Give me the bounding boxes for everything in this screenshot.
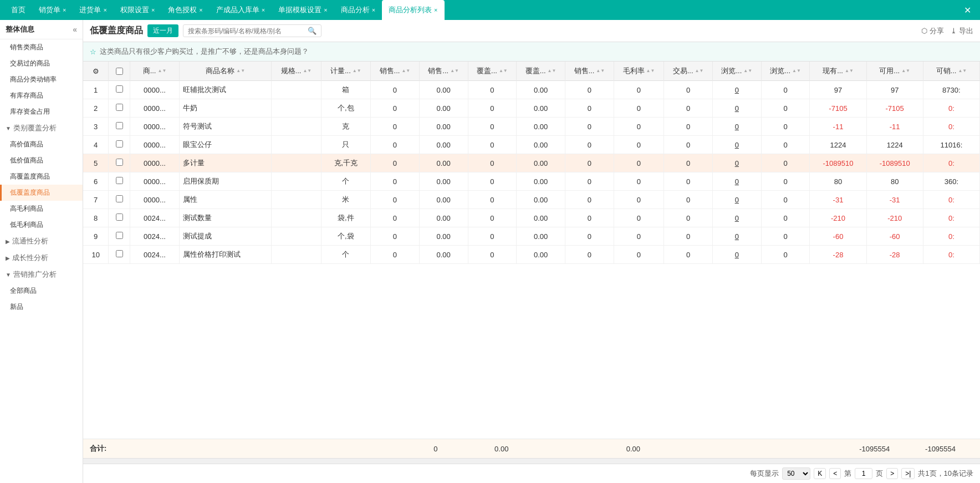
row-checkbox[interactable] bbox=[116, 159, 123, 166]
th-browse2[interactable]: 浏览...▲▼ bbox=[761, 62, 810, 81]
row-browse1[interactable]: 0 bbox=[712, 227, 761, 246]
row-trade: 0 bbox=[664, 118, 713, 136]
row-checkbox[interactable] bbox=[116, 195, 123, 202]
row-browse2: 0 bbox=[761, 191, 810, 209]
nav-close-analysis-list[interactable]: × bbox=[434, 7, 437, 13]
sidebar-item-stock-capital[interactable]: 库存资金占用 bbox=[0, 104, 83, 120]
row-browse1[interactable]: 0 bbox=[712, 154, 761, 172]
th-browse1[interactable]: 浏览...▲▼ bbox=[712, 62, 761, 81]
horizontal-scrollbar[interactable] bbox=[83, 458, 980, 464]
nav-close-sales[interactable]: × bbox=[63, 7, 66, 13]
th-unit[interactable]: 计量...▲▼ bbox=[321, 62, 370, 81]
nav-item-analysis-list[interactable]: 商品分析列表 × bbox=[382, 0, 444, 20]
th-saleable[interactable]: 可销...▲▼ bbox=[923, 62, 979, 81]
nav-item-home[interactable]: 首页 bbox=[4, 0, 32, 20]
export-button[interactable]: ⤓ 导出 bbox=[951, 26, 973, 36]
th-settings[interactable]: ⚙ bbox=[83, 62, 109, 81]
search-icon[interactable]: 🔍 bbox=[308, 27, 317, 35]
last-page-button[interactable]: >| bbox=[901, 468, 915, 479]
row-current-stock: -11 bbox=[810, 118, 866, 136]
th-sales-qty[interactable]: 销售...▲▼ bbox=[371, 62, 420, 81]
sidebar-item-high-coverage[interactable]: 高覆盖度商品 bbox=[0, 169, 83, 185]
th-current-stock[interactable]: 现有...▲▼ bbox=[810, 62, 866, 81]
row-checkbox[interactable] bbox=[116, 177, 123, 184]
row-saleable: 360: bbox=[923, 172, 979, 191]
nav-item-permission[interactable]: 权限设置 × bbox=[114, 0, 161, 20]
row-cov1: 0 bbox=[468, 99, 517, 118]
sidebar-item-stock-products[interactable]: 有库存商品 bbox=[0, 88, 83, 104]
row-checkbox[interactable] bbox=[116, 104, 123, 111]
share-label: 分享 bbox=[930, 26, 944, 36]
row-sales3: 0 bbox=[565, 227, 614, 246]
sidebar-group-growth[interactable]: ▶ 成长性分析 bbox=[0, 250, 83, 266]
row-gross: 0 bbox=[614, 136, 663, 154]
row-checkbox[interactable] bbox=[116, 122, 123, 129]
th-sales3[interactable]: 销售...▲▼ bbox=[565, 62, 614, 81]
next-page-button[interactable]: > bbox=[886, 468, 898, 479]
row-browse1[interactable]: 0 bbox=[712, 81, 761, 99]
sidebar-item-high-value[interactable]: 高价值商品 bbox=[0, 136, 83, 152]
nav-item-role[interactable]: 角色授权 × bbox=[161, 0, 209, 20]
row-browse1[interactable]: 0 bbox=[712, 191, 761, 209]
sidebar-group-coverage[interactable]: ▼ 类别覆盖分析 bbox=[0, 120, 83, 136]
row-browse1[interactable]: 0 bbox=[712, 172, 761, 191]
first-page-button[interactable]: K bbox=[814, 468, 826, 479]
sidebar-item-sales-products[interactable]: 销售类商品 bbox=[0, 39, 83, 55]
row-browse1[interactable]: 0 bbox=[712, 99, 761, 118]
nav-item-product-inbound[interactable]: 产成品入库单 × bbox=[210, 0, 272, 20]
window-close-button[interactable]: ✕ bbox=[959, 5, 976, 16]
nav-close-purchase[interactable]: × bbox=[103, 7, 106, 13]
th-coverage1[interactable]: 覆盖...▲▼ bbox=[468, 62, 517, 81]
th-code[interactable]: 商...▲▼ bbox=[130, 62, 179, 81]
nav-item-template[interactable]: 单据模板设置 × bbox=[272, 0, 334, 20]
row-browse1[interactable]: 0 bbox=[712, 136, 761, 154]
nav-close-product-inbound[interactable]: × bbox=[262, 7, 265, 13]
th-spec[interactable]: 规格...▲▼ bbox=[272, 62, 321, 81]
row-checkbox[interactable] bbox=[116, 250, 123, 257]
nav-label-role: 角色授权 bbox=[168, 5, 197, 15]
nav-close-product-analysis[interactable]: × bbox=[372, 7, 375, 13]
row-browse1[interactable]: 0 bbox=[712, 246, 761, 264]
sidebar-item-category-turnover[interactable]: 商品分类动销率 bbox=[0, 72, 83, 88]
nav-item-sales[interactable]: 销货单 × bbox=[32, 0, 73, 20]
th-coverage2[interactable]: 覆盖...▲▼ bbox=[517, 62, 565, 81]
row-checkbox[interactable] bbox=[116, 85, 123, 93]
sidebar-item-all-products[interactable]: 全部商品 bbox=[0, 283, 83, 299]
share-button[interactable]: ⬡ 分享 bbox=[921, 26, 944, 36]
sidebar-group-marketing[interactable]: ▼ 营销推广分析 bbox=[0, 266, 83, 283]
row-cov2: 0.00 bbox=[517, 136, 565, 154]
prev-page-button[interactable]: < bbox=[829, 468, 841, 479]
th-gross-margin[interactable]: 毛利率▲▼ bbox=[614, 62, 663, 81]
th-trade[interactable]: 交易...▲▼ bbox=[664, 62, 713, 81]
th-name[interactable]: 商品名称▲▼ bbox=[180, 62, 272, 81]
search-input[interactable] bbox=[188, 27, 308, 35]
sidebar-collapse-button[interactable]: « bbox=[73, 25, 77, 34]
row-checkbox[interactable] bbox=[116, 213, 123, 221]
nav-item-purchase[interactable]: 进货单 × bbox=[73, 0, 113, 20]
th-available-stock[interactable]: 可用...▲▼ bbox=[866, 62, 923, 81]
th-sales-amt[interactable]: 销售...▲▼ bbox=[419, 62, 468, 81]
per-page-select[interactable]: 10 20 50 100 bbox=[782, 467, 810, 480]
sidebar-group-circulation[interactable]: ▶ 流通性分析 bbox=[0, 233, 83, 250]
row-checkbox[interactable] bbox=[116, 232, 123, 239]
sidebar-item-low-coverage[interactable]: 低覆盖度商品 bbox=[0, 185, 83, 201]
period-button[interactable]: 近一月 bbox=[147, 24, 178, 37]
nav-item-product-analysis[interactable]: 商品分析 × bbox=[334, 0, 382, 20]
sidebar-item-low-margin[interactable]: 低毛利商品 bbox=[0, 217, 83, 233]
row-spec bbox=[272, 118, 321, 136]
nav-close-template[interactable]: × bbox=[324, 7, 327, 13]
sort-arrows-code: ▲▼ bbox=[157, 69, 166, 73]
sidebar-item-high-margin[interactable]: 高毛利商品 bbox=[0, 201, 83, 217]
sidebar-item-low-value[interactable]: 低价值商品 bbox=[0, 152, 83, 169]
row-browse1[interactable]: 0 bbox=[712, 209, 761, 227]
sidebar-item-traded-products[interactable]: 交易过的商品 bbox=[0, 55, 83, 72]
sidebar-item-new-products[interactable]: 新品 bbox=[0, 299, 83, 315]
nav-close-permission[interactable]: × bbox=[151, 7, 155, 13]
select-all-checkbox[interactable] bbox=[116, 68, 123, 75]
row-checkbox[interactable] bbox=[116, 140, 123, 148]
settings-icon[interactable]: ⚙ bbox=[93, 67, 99, 75]
row-gross: 0 bbox=[614, 246, 663, 264]
nav-close-role[interactable]: × bbox=[199, 7, 202, 13]
page-number-input[interactable] bbox=[855, 468, 872, 479]
row-browse1[interactable]: 0 bbox=[712, 118, 761, 136]
